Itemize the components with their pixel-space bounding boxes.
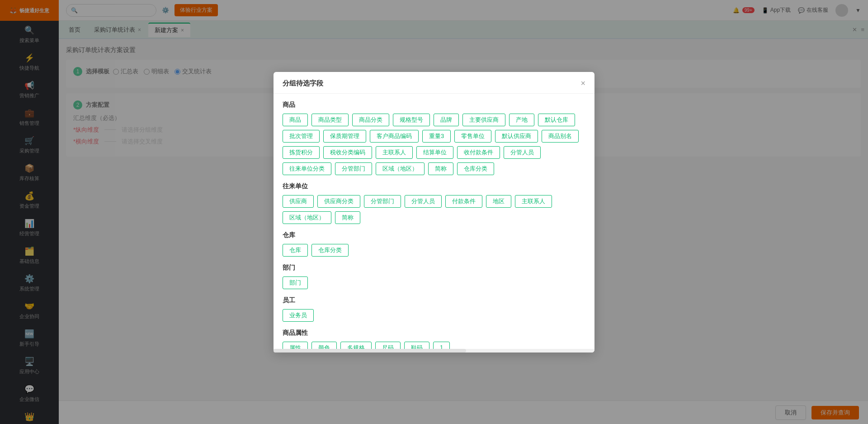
section-title-5: 商品属性 <box>283 329 585 337</box>
tag-1-5[interactable]: 地区 <box>486 195 511 208</box>
section-title-2: 仓库 <box>283 231 585 239</box>
tag-2-1[interactable]: 仓库分类 <box>311 244 349 257</box>
tag-grid-5: 属性颜色多规格尺码鞋码1 <box>283 342 585 349</box>
dialog: 分组待选字段 × 商品商品商品类型商品分类规格型号品牌主要供应商产地默认仓库批次… <box>274 72 594 353</box>
tag-0-20[interactable]: 分管人员 <box>504 146 541 159</box>
tag-0-0[interactable]: 商品 <box>283 114 308 126</box>
tag-grid-2: 仓库仓库分类 <box>283 244 585 257</box>
tag-5-3[interactable]: 尺码 <box>375 342 401 349</box>
tag-0-24[interactable]: 简称 <box>428 162 453 175</box>
overlay: 分组待选字段 × 商品商品商品类型商品分类规格型号品牌主要供应商产地默认仓库批次… <box>0 0 868 424</box>
tag-grid-1: 供应商供应商分类分管部门分管人员付款条件地区主联系人区域（地区）简称 <box>283 195 585 224</box>
tag-0-9[interactable]: 保质期管理 <box>323 130 366 143</box>
tag-0-2[interactable]: 商品分类 <box>352 114 389 126</box>
tag-grid-4: 业务员 <box>283 309 585 322</box>
tag-0-25[interactable]: 仓库分类 <box>457 162 494 175</box>
tag-grid-0: 商品商品类型商品分类规格型号品牌主要供应商产地默认仓库批次管理保质期管理客户商品… <box>283 114 585 175</box>
tag-3-0[interactable]: 部门 <box>283 276 308 289</box>
tag-5-0[interactable]: 属性 <box>283 342 308 349</box>
tag-5-4[interactable]: 鞋码 <box>404 342 429 349</box>
section-title-3: 部门 <box>283 264 585 272</box>
tag-0-5[interactable]: 主要供应商 <box>462 114 505 126</box>
tag-5-5[interactable]: 1 <box>433 342 450 349</box>
tag-0-18[interactable]: 结算单位 <box>416 146 453 159</box>
tag-1-8[interactable]: 简称 <box>335 211 360 224</box>
tag-1-2[interactable]: 分管部门 <box>364 195 401 208</box>
section-title-4: 员工 <box>283 296 585 305</box>
tag-0-3[interactable]: 规格型号 <box>393 114 430 126</box>
section-title-1: 往来单位 <box>283 182 585 191</box>
tag-0-11[interactable]: 重量3 <box>422 130 451 143</box>
section-title-0: 商品 <box>283 101 585 109</box>
tag-0-14[interactable]: 商品别名 <box>542 130 579 143</box>
tag-4-0[interactable]: 业务员 <box>283 309 314 322</box>
tag-0-10[interactable]: 客户商品编码 <box>370 130 419 143</box>
dialog-close-button[interactable]: × <box>580 79 585 87</box>
tag-0-6[interactable]: 产地 <box>509 114 534 126</box>
tag-0-22[interactable]: 分管部门 <box>335 162 372 175</box>
tag-0-4[interactable]: 品牌 <box>434 114 459 126</box>
tag-1-3[interactable]: 分管人员 <box>405 195 442 208</box>
tag-0-21[interactable]: 往来单位分类 <box>283 162 331 175</box>
tag-1-0[interactable]: 供应商 <box>283 195 314 208</box>
tag-1-4[interactable]: 付款条件 <box>445 195 482 208</box>
tag-1-1[interactable]: 供应商分类 <box>317 195 360 208</box>
tag-0-16[interactable]: 税收分类编码 <box>323 146 372 159</box>
dialog-header: 分组待选字段 × <box>274 72 594 94</box>
tag-0-17[interactable]: 主联系人 <box>376 146 413 159</box>
tag-0-15[interactable]: 拣货积分 <box>283 146 320 159</box>
tag-0-12[interactable]: 零售单位 <box>454 130 491 143</box>
tag-5-1[interactable]: 颜色 <box>311 342 337 349</box>
tag-1-7[interactable]: 区域（地区） <box>283 211 331 224</box>
tag-1-6[interactable]: 主联系人 <box>515 195 552 208</box>
dialog-title: 分组待选字段 <box>283 79 323 88</box>
tag-0-1[interactable]: 商品类型 <box>311 114 349 126</box>
tag-0-8[interactable]: 批次管理 <box>283 130 320 143</box>
tag-grid-3: 部门 <box>283 276 585 289</box>
tag-5-2[interactable]: 多规格 <box>340 342 372 349</box>
dialog-horizontal-scrollbar[interactable] <box>274 349 594 352</box>
dialog-body: 商品商品商品类型商品分类规格型号品牌主要供应商产地默认仓库批次管理保质期管理客户… <box>274 94 594 349</box>
tag-0-19[interactable]: 收付款条件 <box>457 146 500 159</box>
tag-0-23[interactable]: 区域（地区） <box>376 162 425 175</box>
tag-2-0[interactable]: 仓库 <box>283 244 308 257</box>
tag-0-7[interactable]: 默认仓库 <box>538 114 575 126</box>
tag-0-13[interactable]: 默认供应商 <box>495 130 538 143</box>
